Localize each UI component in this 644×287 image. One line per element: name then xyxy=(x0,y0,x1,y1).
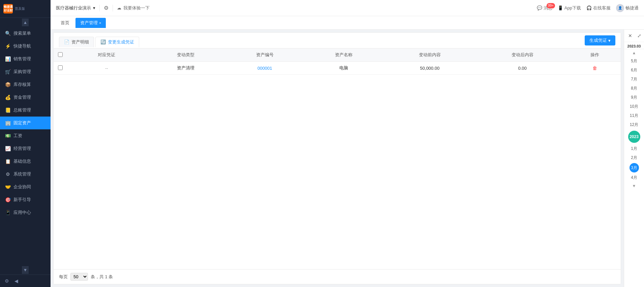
row-checkbox[interactable] xyxy=(58,65,63,70)
sidebar-item-label: 快捷导航 xyxy=(13,43,31,49)
app-download-button[interactable]: 📱 App下载 xyxy=(558,5,581,11)
sidebar-item-label: 新手引导 xyxy=(13,197,31,203)
app-center-icon: 📱 xyxy=(5,210,11,216)
sidebar-item-app-center[interactable]: 📱 应用中心 xyxy=(0,206,51,219)
generate-voucher-button[interactable]: 生成凭证 ▾ xyxy=(585,35,615,45)
row-checkbox-cell xyxy=(54,62,67,75)
sidebar-item-enterprise[interactable]: 🤝 企业协同 xyxy=(0,181,51,193)
sidebar-item-basic-info[interactable]: 📋 基础信息 xyxy=(0,155,51,168)
change-voucher-icon: 🔄 xyxy=(100,39,106,44)
search-icon: 🔍 xyxy=(5,30,11,36)
subtabs-bar: 📄 资产明细 🔄 变更生成凭证 生成凭证 ▾ xyxy=(54,33,621,49)
sidebar-item-operations[interactable]: 📈 经营管理 xyxy=(0,142,51,155)
experience-button[interactable]: ☁ 我要体验一下 xyxy=(117,5,150,11)
ym-month-11[interactable]: 11月 xyxy=(624,111,644,120)
sidebar-scroll-up[interactable]: ▲ xyxy=(22,19,29,26)
sidebar-bottom-bar: ⚙ ◀ xyxy=(0,275,51,287)
table-header: 对应凭证 变动类型 资产编号 资产名称 变动前内容 变动后内容 操作 xyxy=(54,49,621,62)
sales-icon: 📊 xyxy=(5,56,11,62)
collapse-icon[interactable]: ◀ xyxy=(14,278,18,284)
user-menu[interactable]: 👤 畅捷通 xyxy=(616,4,639,12)
home-tab-label: 首页 xyxy=(61,20,69,26)
user-name: 畅捷通 xyxy=(625,5,639,11)
ym-2023-month-4[interactable]: 4月 xyxy=(624,173,644,182)
ym-month-10[interactable]: 10月 xyxy=(624,102,644,111)
tab-home[interactable]: 首页 xyxy=(56,18,74,28)
ym-month-9[interactable]: 9月 xyxy=(624,93,644,102)
ym-month-6[interactable]: 6月 xyxy=(624,66,644,75)
sidebar-item-ledger[interactable]: 📒 总账管理 xyxy=(0,104,51,117)
customer-service-icon: 🎧 xyxy=(586,5,592,10)
sidebar-item-quick-nav[interactable]: ⚡ 快捷导航 xyxy=(0,40,51,53)
experience-label: 我要体验一下 xyxy=(123,5,150,11)
col-asset-name: 资产名称 xyxy=(304,49,384,62)
year-month-panel: ✕ ⤢ 2023.03 ▲ 5月 6月 7月 8月 9月 10月 11月 12月… xyxy=(624,30,644,287)
basic-info-icon: 📋 xyxy=(5,158,11,164)
asset-id-value[interactable]: 000001 xyxy=(257,66,272,71)
table-row: -- 资产清理 000001 电脑 50,000.00 0.00 🗑 xyxy=(54,62,621,75)
col-asset-id: 资产编号 xyxy=(225,49,304,62)
sidebar-item-label: 工资 xyxy=(13,133,22,139)
sidebar-item-guide[interactable]: 🎯 新手引导 xyxy=(0,193,51,206)
logo-icon: 畅捷通好业财 xyxy=(3,4,13,13)
customer-service-button[interactable]: 🎧 在线客服 xyxy=(586,5,611,11)
sidebar: 畅捷通好业财 普及版 ▲ 🔍 搜索菜单 ⚡ 快捷导航 📊 销售管理 🛒 采购管理… xyxy=(0,0,51,287)
ym-2023-month-3[interactable]: 3月 xyxy=(630,163,639,172)
ym-scroll-up[interactable]: ▲ xyxy=(624,49,644,57)
topbar-gear-icon[interactable]: ⚙ xyxy=(104,5,109,11)
subtab-change-voucher[interactable]: 🔄 变更生成凭证 xyxy=(95,37,139,47)
topbar-divider xyxy=(99,5,100,11)
tab-asset-management[interactable]: 资产管理 × xyxy=(75,18,106,28)
cell-action: 🗑 xyxy=(569,62,621,75)
ym-month-12[interactable]: 12月 xyxy=(624,120,644,129)
message-icon: 💬 xyxy=(537,5,542,10)
right-panels: ✕ ⤢ 2023.03 ▲ 5月 6月 7月 8月 9月 10月 11月 12月… xyxy=(624,30,644,287)
col-after: 变动后内容 xyxy=(476,49,569,62)
operations-icon: 📈 xyxy=(5,146,11,152)
ym-2023-month-1[interactable]: 1月 xyxy=(624,144,644,153)
sidebar-item-salary[interactable]: 💵 工资 xyxy=(0,129,51,142)
panel-close-button[interactable]: ✕ xyxy=(625,31,635,40)
tab-close-icon[interactable]: × xyxy=(99,21,101,25)
logo-text-area: 普及版 xyxy=(15,6,25,11)
dropdown-arrow-icon: ▾ xyxy=(608,38,611,43)
cell-asset-name: 电脑 xyxy=(304,62,384,75)
cell-after: 0.00 xyxy=(476,62,569,75)
ym-month-7[interactable]: 7月 xyxy=(624,75,644,84)
sidebar-item-system[interactable]: ⚙ 系统管理 xyxy=(0,168,51,181)
company-selector[interactable]: 医疗器械行业演示 ▾ xyxy=(56,5,95,11)
sidebar-item-search[interactable]: 🔍 搜索菜单 xyxy=(0,27,51,40)
topbar-right: 💬 消息 99+ 📱 App下载 🎧 在线客服 👤 畅捷通 xyxy=(537,4,639,12)
delete-icon[interactable]: 🗑 xyxy=(592,65,597,71)
panel-expand-button[interactable]: ⤢ xyxy=(636,32,643,40)
ym-year-2023[interactable]: 2023 xyxy=(628,131,640,143)
per-page-select[interactable]: 50 20 100 xyxy=(70,273,88,281)
ym-2023-month-2[interactable]: 2月 xyxy=(624,153,644,162)
ym-month-8[interactable]: 8月 xyxy=(624,84,644,93)
sidebar-item-label: 固定资产 xyxy=(13,120,31,126)
sidebar-scroll-down[interactable]: ▼ xyxy=(22,266,29,274)
select-all-checkbox[interactable] xyxy=(58,52,63,57)
subtab-asset-detail[interactable]: 📄 资产明细 xyxy=(59,37,94,47)
ym-current-label: 2023.03 xyxy=(624,42,644,49)
sidebar-item-label: 总账管理 xyxy=(13,107,31,113)
system-icon: ⚙ xyxy=(5,171,11,177)
sidebar-item-label: 搜索菜单 xyxy=(13,30,31,36)
col-change-type: 变动类型 xyxy=(146,49,225,62)
sidebar-item-fixed-assets[interactable]: 🏢 固定资产 xyxy=(0,117,51,129)
ym-month-5[interactable]: 5月 xyxy=(624,57,644,66)
message-button[interactable]: 💬 消息 99+ xyxy=(537,5,552,11)
table-container: 对应凭证 变动类型 资产编号 资产名称 变动前内容 变动后内容 操作 xyxy=(54,49,621,269)
asset-change-table: 对应凭证 变动类型 资产编号 资产名称 变动前内容 变动后内容 操作 xyxy=(54,49,621,75)
company-name: 医疗器械行业演示 xyxy=(56,5,91,11)
ym-scroll-down[interactable]: ▼ xyxy=(624,182,644,190)
sidebar-item-label: 经营管理 xyxy=(13,146,31,152)
main-area: 医疗器械行业演示 ▾ ⚙ ☁ 我要体验一下 💬 消息 99+ 📱 App下载 🎧… xyxy=(51,0,644,287)
settings-icon[interactable]: ⚙ xyxy=(5,278,9,284)
sidebar-item-inventory[interactable]: 📦 库存核算 xyxy=(0,78,51,91)
sidebar-item-funds[interactable]: 💰 资金管理 xyxy=(0,91,51,104)
sidebar-item-purchase[interactable]: 🛒 采购管理 xyxy=(0,65,51,78)
app-download-label: App下载 xyxy=(564,5,581,11)
sidebar-item-sales[interactable]: 📊 销售管理 xyxy=(0,53,51,65)
cell-change-type: 资产清理 xyxy=(146,62,225,75)
